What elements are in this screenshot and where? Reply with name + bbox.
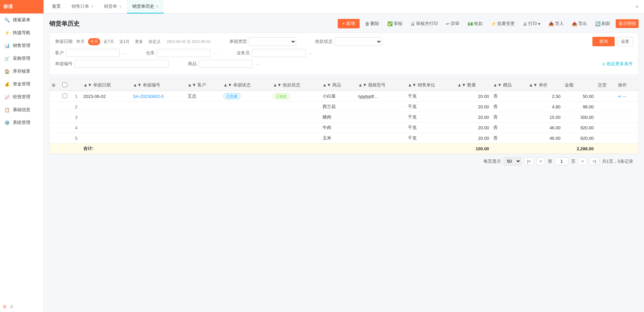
- filter-goods: 商品 ···: [188, 60, 260, 68]
- cell-doc-no: [131, 102, 186, 112]
- sidebar-bottom-icon2[interactable]: ⏸: [9, 304, 14, 309]
- last-page-button[interactable]: >|: [590, 157, 599, 165]
- date-btn-more[interactable]: 更多: [133, 38, 145, 45]
- per-page-label: 每页显示: [483, 158, 501, 164]
- tab-home[interactable]: 首页: [47, 0, 66, 14]
- cell-amount: 300.00: [563, 112, 596, 123]
- audit-button[interactable]: ✅ 审核: [385, 19, 405, 28]
- row-checkbox[interactable]: [62, 94, 67, 98]
- abandon-button[interactable]: ↩ 弃审: [443, 19, 462, 28]
- th-doc-no[interactable]: ▲▼ 单据编号: [131, 79, 186, 91]
- th-doc-date-label: ▲▼ 单据日期: [83, 82, 111, 87]
- cell-config: [50, 123, 60, 133]
- print-icon: 🖨: [523, 21, 527, 26]
- import-button[interactable]: 📥 导入: [546, 19, 566, 28]
- sidebar-item-sales[interactable]: 📊 销售管理: [0, 39, 44, 52]
- sidebar-item-ops[interactable]: 📈 经营管理: [0, 90, 44, 103]
- filter-doc-no-input[interactable]: [75, 60, 169, 68]
- sidebar-item-finance[interactable]: 💰 资金管理: [0, 78, 44, 90]
- print-button[interactable]: 🖨 打印 ▾: [520, 19, 543, 28]
- th-unit-price[interactable]: ▲▼ 单价: [527, 79, 563, 91]
- settings-button[interactable]: 设置: [617, 37, 633, 46]
- tab-sales-order[interactable]: 销售订单 ×: [66, 0, 99, 14]
- batch-change-button[interactable]: ⚡ 批量变更: [488, 19, 517, 28]
- th-doc-status[interactable]: ▲▼ 单据状态: [221, 79, 271, 91]
- th-ops: 操作: [616, 79, 638, 91]
- per-page-select[interactable]: 50 100: [504, 157, 521, 165]
- refresh-button[interactable]: 🔄 刷新: [592, 19, 613, 28]
- th-payment-status[interactable]: ▲▼ 收款状态: [271, 79, 320, 91]
- cell-ops: [616, 123, 638, 133]
- filter-row-1: 单据日期 昨天 今天 近7天 近1月 更多 自定义 2023-06-02 至 2…: [55, 37, 633, 46]
- sidebar-item-inventory[interactable]: 🏠 库存核算: [0, 65, 44, 78]
- filter-goods-dots[interactable]: ···: [256, 61, 260, 67]
- filter-salesperson-dots[interactable]: ···: [309, 51, 313, 56]
- th-doc-date[interactable]: ▲▼ 单据日期: [81, 79, 131, 91]
- tab-sales-goods-close[interactable]: ×: [119, 4, 121, 8]
- cell-goods: 猪肉: [320, 112, 356, 123]
- sidebar-item-search[interactable]: 🔍 搜索菜单: [0, 14, 44, 26]
- window-close-button[interactable]: ×: [633, 4, 641, 10]
- select-all-checkbox[interactable]: [62, 82, 67, 87]
- sidebar-item-purchase[interactable]: 🛒 采购管理: [0, 52, 44, 65]
- cell-ops: [616, 102, 638, 112]
- th-config[interactable]: ⚙: [50, 79, 60, 91]
- date-btn-7days[interactable]: 近7天: [102, 38, 116, 45]
- th-spec[interactable]: ▲▼ 规格型号: [356, 79, 406, 91]
- cell-ops: [616, 133, 638, 144]
- collapse-button[interactable]: ∧ 收起更多条件: [602, 61, 633, 67]
- filter-doc-type-select[interactable]: [249, 37, 296, 46]
- tab-sales-goods-label: 销货单: [104, 3, 117, 9]
- date-btn-today[interactable]: 今天: [88, 38, 100, 45]
- date-btn-custom[interactable]: 自定义: [146, 38, 163, 45]
- show-detail-button[interactable]: 显示明细: [616, 19, 639, 28]
- th-goods[interactable]: ▲▼ 商品: [320, 79, 356, 91]
- tab-sales-history[interactable]: 销货单历史 ×: [127, 0, 164, 14]
- sidebar-logo: 标准: [0, 0, 44, 14]
- edit-op-button[interactable]: ✏: [618, 94, 621, 99]
- filter-warehouse-input[interactable]: [157, 49, 211, 57]
- filter-customer: 客户 ···: [55, 49, 127, 57]
- footer-label-text: 合计:: [81, 144, 455, 154]
- filter-goods-input[interactable]: [199, 60, 253, 68]
- first-page-button[interactable]: |<: [524, 157, 534, 165]
- query-button[interactable]: 查询: [592, 37, 615, 46]
- delete-button[interactable]: 🗑 删除: [362, 19, 382, 28]
- page-number-input[interactable]: [555, 157, 568, 165]
- sidebar-item-quicknav[interactable]: ⚡ 快捷导航: [0, 26, 44, 39]
- filter-payment-status-select[interactable]: [335, 37, 382, 46]
- th-customer[interactable]: ▲▼ 客户: [186, 79, 221, 91]
- tab-sales-history-close[interactable]: ×: [156, 4, 158, 8]
- filter-warehouse-dots[interactable]: ···: [214, 51, 218, 56]
- audit-print-button[interactable]: 🖨 审核并打印: [408, 19, 441, 28]
- th-qty[interactable]: ▲▼ 数量: [455, 79, 491, 91]
- sidebar-item-system[interactable]: ⚙️ 系统管理: [0, 116, 44, 129]
- tab-sales-history-label: 销货单历史: [132, 3, 154, 9]
- filter-salesperson-input[interactable]: [252, 49, 306, 57]
- collect-button[interactable]: 💵 收款: [465, 19, 485, 28]
- cell-doc-date: [81, 133, 131, 144]
- export-button[interactable]: 📤 导出: [569, 19, 590, 28]
- filter-customer-input[interactable]: [66, 49, 120, 57]
- page-content: 销货单历史 + 新增 🗑 删除 ✅ 审核 🖨 审核并打印 ↩ 弃审: [44, 14, 644, 312]
- prev-page-button[interactable]: <: [536, 157, 545, 165]
- doc-no-link[interactable]: SA-20230602-0: [133, 94, 164, 99]
- date-btn-yesterday[interactable]: 昨天: [75, 38, 87, 45]
- main-area: 首页 销售订单 × 销货单 × 销货单历史 × × 销货单历史 + 新增 🗑 删…: [44, 0, 644, 312]
- new-button[interactable]: + 新增: [338, 19, 360, 28]
- sidebar-item-sales-label: 销售管理: [13, 43, 30, 49]
- filter-payment-status-label: 收款状态: [315, 38, 333, 45]
- filter-row-2: 客户 ··· 仓库 ··· 业务员 ···: [55, 49, 633, 57]
- tab-sales-goods[interactable]: 销货单 ×: [99, 0, 127, 14]
- date-btn-1month[interactable]: 近1月: [117, 38, 132, 45]
- filter-customer-dots[interactable]: ···: [123, 51, 127, 56]
- th-gift[interactable]: ▲▼ 赠品: [491, 79, 527, 91]
- cell-ops: [616, 112, 638, 123]
- th-unit[interactable]: ▲▼ 销售单位: [406, 79, 455, 91]
- next-page-button[interactable]: >: [578, 157, 587, 165]
- sidebar-bottom-icon1[interactable]: ⚙: [3, 304, 7, 309]
- tab-sales-order-close[interactable]: ×: [91, 4, 93, 8]
- table-row: 1 2023-06-02 SA-20230602-0 王总 已生效 已收款 小白…: [50, 91, 638, 102]
- sidebar-item-basic[interactable]: 📋 基础信息: [0, 103, 44, 116]
- more-op-button[interactable]: ⋯: [623, 94, 627, 99]
